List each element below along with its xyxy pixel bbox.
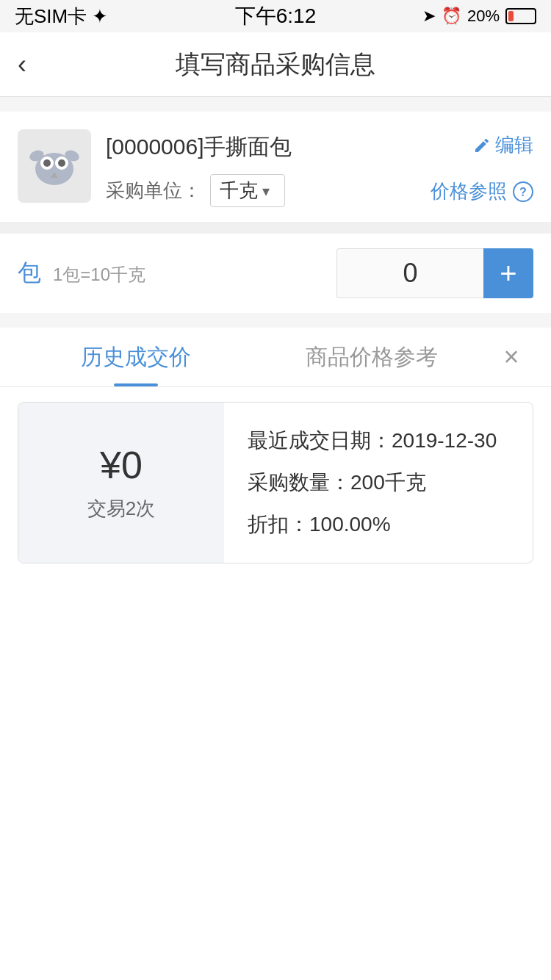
- price-card-right: 最近成交日期：2019-12-30 采购数量：200千克 折扣：100.00%: [224, 403, 533, 563]
- tab-active-indicator: [114, 383, 158, 386]
- battery-fill: [508, 11, 514, 21]
- help-icon: ?: [513, 181, 533, 202]
- tab-history-price[interactable]: 历史成交价: [18, 328, 253, 386]
- quantity-input-area: 0 +: [336, 248, 533, 298]
- battery-percent: 20%: [467, 7, 500, 26]
- page-title: 填写商品采购信息: [176, 48, 375, 82]
- product-unit-row: 采购单位： 千克 ▾: [106, 174, 292, 207]
- close-icon: ×: [503, 342, 519, 372]
- svg-point-3: [43, 159, 51, 167]
- unit-label: 采购单位：: [106, 178, 201, 203]
- product-left-section: [0000006]手撕面包 采购单位： 千克 ▾: [18, 129, 292, 207]
- status-bar: 无SIM卡 ✦ 下午6:12 ➤ ⏰ 20%: [0, 0, 551, 32]
- quantity-row: 包 1包=10千克 0 +: [0, 234, 551, 313]
- product-card: [0000006]手撕面包 采购单位： 千克 ▾ 编辑 价格参照: [0, 112, 551, 222]
- unit-value: 千克: [220, 178, 258, 203]
- price-amount: ¥0: [100, 443, 143, 487]
- quantity-left: 包 1包=10千克: [18, 257, 145, 289]
- price-tx-count: 交易2次: [87, 496, 155, 522]
- quantity-conversion: 1包=10千克: [53, 263, 145, 287]
- purchase-qty-row: 采购数量：200千克: [248, 468, 509, 497]
- tab-close-button[interactable]: ×: [489, 335, 533, 379]
- status-right-icons: ➤ ⏰ 20%: [422, 7, 536, 26]
- edit-icon: [473, 137, 491, 154]
- back-button[interactable]: ‹: [18, 49, 26, 80]
- tabs-container: 历史成交价 商品价格参考 ×: [0, 328, 551, 387]
- carrier-text: 无SIM卡 ✦: [15, 4, 108, 29]
- price-card-left: ¥0 交易2次: [18, 403, 224, 563]
- svg-point-4: [58, 159, 65, 167]
- product-info: [0000006]手撕面包 采购单位： 千克 ▾: [106, 129, 292, 207]
- svg-text:?: ?: [519, 186, 527, 198]
- unit-dropdown-arrow: ▾: [262, 182, 270, 200]
- tab-price-reference[interactable]: 商品价格参考: [253, 328, 489, 386]
- status-time: 下午6:12: [235, 2, 317, 30]
- edit-button[interactable]: 编辑: [473, 132, 533, 158]
- tab-history-price-label: 历史成交价: [81, 342, 191, 372]
- quantity-unit: 包: [18, 257, 41, 289]
- section-divider: [0, 222, 551, 234]
- tab-price-reference-label: 商品价格参考: [306, 342, 438, 372]
- product-thumbnail: [18, 129, 91, 203]
- quantity-input[interactable]: 0: [336, 248, 483, 298]
- price-reference-button[interactable]: 价格参照 ?: [431, 179, 533, 204]
- product-name: [0000006]手撕面包: [106, 132, 292, 162]
- empty-content-area: [0, 578, 551, 980]
- location-icon: ➤: [422, 7, 436, 26]
- quantity-plus-button[interactable]: +: [483, 248, 533, 298]
- product-logo-icon: [28, 140, 81, 192]
- latest-date-row: 最近成交日期：2019-12-30: [248, 426, 509, 455]
- price-card: ¥0 交易2次 最近成交日期：2019-12-30 采购数量：200千克 折扣：…: [18, 402, 533, 563]
- history-price-section: ¥0 交易2次 最近成交日期：2019-12-30 采购数量：200千克 折扣：…: [0, 387, 551, 578]
- plus-icon: +: [500, 259, 516, 288]
- discount-row: 折扣：100.00%: [248, 510, 509, 538]
- alarm-icon: ⏰: [442, 7, 461, 26]
- battery-icon: [505, 8, 536, 24]
- unit-select[interactable]: 千克 ▾: [210, 174, 285, 207]
- nav-bar: ‹ 填写商品采购信息: [0, 32, 551, 97]
